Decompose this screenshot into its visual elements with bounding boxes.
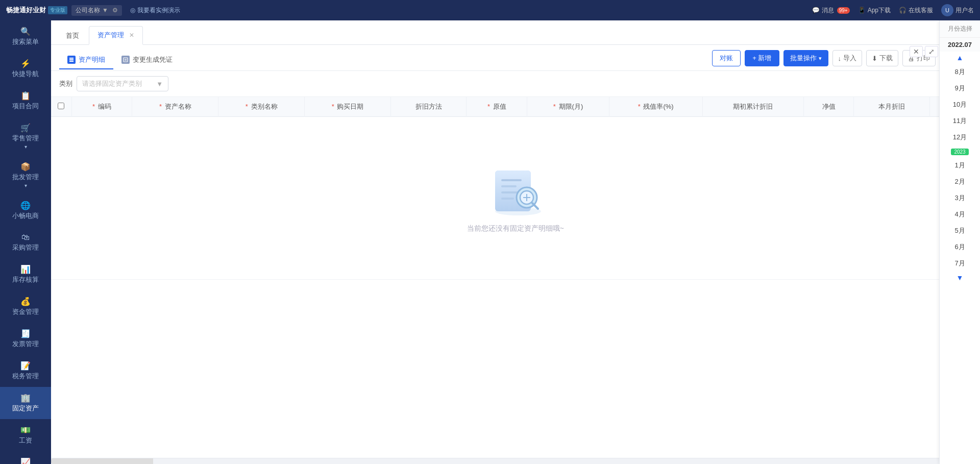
company-name: 公司名称 — [76, 6, 100, 15]
sidebar-label-retail: 零售管理 — [12, 134, 39, 143]
sub-tab-asset-detail[interactable]: 资产明细 — [59, 52, 113, 69]
import-icon: ↓ — [838, 55, 842, 62]
sidebar-item-search[interactable]: 🔍 搜索菜单 — [0, 20, 51, 53]
col-monthly-depreciation: 本月折旧 — [854, 97, 929, 117]
wholesale-icon: 📦 — [20, 162, 31, 172]
month-item-3[interactable]: 3月 — [940, 190, 980, 206]
category-filter[interactable]: 请选择固定资产类别 ▼ — [77, 76, 168, 91]
sub-tab-change-voucher[interactable]: 变更生成凭证 — [113, 52, 181, 69]
month-panel-current-year: 2022.07 — [940, 38, 980, 52]
tab-close-icon[interactable]: ✕ — [129, 32, 134, 39]
table-header: * 编码 * 资产名称 * 类别名称 — [51, 97, 980, 117]
close-panel-button[interactable]: ✕ — [910, 46, 923, 57]
sidebar-item-salary[interactable]: 💵 工资 — [0, 419, 51, 451]
asset-table: * 编码 * 资产名称 * 类别名称 — [51, 97, 980, 280]
message-button[interactable]: 💬 消息 99+ — [812, 6, 850, 15]
col-purchase-date: * 购买日期 — [305, 97, 391, 117]
download-label: 下载 — [879, 54, 893, 63]
month-item-5[interactable]: 5月 — [940, 223, 980, 239]
app-download-button[interactable]: 📱 App下载 — [858, 6, 891, 15]
online-service-button[interactable]: 🎧 在线客服 — [899, 6, 933, 15]
wholesale-arrow-icon: ▾ — [24, 183, 27, 188]
tab-home-label: 首页 — [66, 32, 79, 39]
month-panel-up-arrow[interactable]: ▲ — [940, 52, 980, 64]
sidebar-item-invoice[interactable]: 🧾 发票管理 — [0, 323, 51, 355]
col-name: * 资产名称 — [132, 97, 218, 117]
invoice-icon: 🧾 — [20, 329, 31, 338]
sidebar-label-tax: 税务管理 — [12, 372, 39, 381]
month-item-1[interactable]: 1月 — [940, 157, 980, 174]
sidebar-item-project[interactable]: 📋 项目合同 — [0, 85, 51, 117]
retail-icon: 🛒 — [20, 123, 31, 133]
message-icon: 💬 — [812, 7, 820, 14]
app-download-label: App下载 — [868, 6, 891, 15]
select-all-checkbox[interactable] — [58, 103, 64, 109]
table-body: 当前您还没有固定资产明细哦~ — [51, 117, 980, 280]
month-item-9[interactable]: 9月 — [940, 80, 980, 96]
sidebar-item-purchase[interactable]: 🛍 采购管理 — [0, 227, 51, 258]
tab-home[interactable]: 首页 — [57, 27, 88, 44]
tab-asset-mgmt[interactable]: 资产管理 ✕ — [89, 26, 143, 45]
sidebar-item-retail[interactable]: 🛒 零售管理 ▾ — [0, 117, 51, 156]
sidebar-item-tax[interactable]: 📝 税务管理 — [0, 355, 51, 387]
sidebar-item-management[interactable]: 📈 经营管理 — [0, 451, 51, 464]
month-item-2[interactable]: 2月 — [940, 174, 980, 190]
batch-chevron-icon: ▾ — [819, 55, 822, 62]
panel-controls: ✕ ⤢ — [910, 46, 938, 57]
month-item-6[interactable]: 6月 — [940, 239, 980, 255]
finance-icon: 💰 — [20, 297, 31, 306]
sidebar-item-wholesale[interactable]: 📦 批发管理 ▾ — [0, 156, 51, 194]
sub-tab-asset-detail-label: 资产明细 — [79, 55, 105, 64]
svg-rect-10 — [501, 185, 517, 187]
month-item-4[interactable]: 4月 — [940, 206, 980, 223]
sidebar-label-inventory: 库存核算 — [12, 275, 39, 284]
sidebar-item-inventory[interactable]: 📊 库存核算 — [0, 258, 51, 290]
reconcile-button[interactable]: 对账 — [712, 50, 741, 66]
sidebar-item-fixed-assets[interactable]: 🏢 固定资产 — [0, 387, 51, 419]
batch-operation-button[interactable]: 批量操作 ▾ — [783, 50, 828, 66]
expand-panel-button[interactable]: ⤢ — [925, 46, 938, 57]
sidebar-label-wholesale: 批发管理 — [12, 173, 39, 182]
filter-dropdown-icon: ▼ — [156, 80, 163, 88]
main-layout: 🔍 搜索菜单 ⚡ 快捷导航 📋 项目合同 🛒 零售管理 ▾ 📦 批发管理 ▾ 🌐… — [0, 20, 980, 464]
month-item-11[interactable]: 11月 — [940, 113, 980, 129]
month-item-10[interactable]: 10月 — [940, 96, 980, 113]
add-button[interactable]: + 新增 — [745, 50, 779, 66]
top-bar-right: 💬 消息 99+ 📱 App下载 🎧 在线客服 U 用户名 — [812, 4, 974, 16]
month-panel-down-arrow[interactable]: ▼ — [940, 272, 980, 284]
import-label: 导入 — [843, 54, 856, 63]
company-selector[interactable]: 公司名称 ▼ ⚙ — [71, 5, 122, 16]
sidebar-label-invoice: 发票管理 — [12, 339, 39, 349]
app-icon: 📱 — [858, 7, 866, 14]
settings-icon[interactable]: ⚙ — [112, 7, 118, 14]
user-name: 用户名 — [955, 6, 974, 15]
top-bar: 畅捷通好业财 专业版 公司名称 ▼ ⚙ ◎ 我要看实例演示 💬 消息 99+ 📱… — [0, 0, 980, 20]
sidebar-label-ecommerce: 小畅电商 — [12, 211, 39, 221]
empty-illustration — [485, 163, 546, 214]
empty-row: 当前您还没有固定资产明细哦~ — [51, 117, 980, 280]
demo-icon: ◎ — [130, 7, 135, 14]
retail-arrow-icon: ▾ — [24, 144, 27, 150]
sidebar-item-finance[interactable]: 💰 资金管理 — [0, 290, 51, 323]
col-checkbox — [51, 97, 71, 117]
empty-cell: 当前您还没有固定资产明细哦~ — [51, 117, 980, 280]
month-item-7[interactable]: 7月 — [940, 255, 980, 272]
user-profile[interactable]: U 用户名 — [941, 4, 974, 16]
sidebar-item-ecommerce[interactable]: 🌐 小畅电商 — [0, 194, 51, 227]
download-button[interactable]: ⬇ 下载 — [866, 50, 898, 66]
col-category: * 类别名称 — [218, 97, 305, 117]
quicknav-icon: ⚡ — [20, 59, 31, 68]
sidebar-label-quick-nav: 快捷导航 — [12, 69, 39, 79]
tax-icon: 📝 — [20, 361, 31, 371]
inner-content: 资产明细 变更生成凭证 对账 + 新增 批量操作 ▾ — [51, 45, 980, 464]
import-button[interactable]: ↓ 导入 — [832, 50, 863, 66]
month-item-8[interactable]: 8月 — [940, 64, 980, 80]
col-accumulated-depreciation: 期初累计折旧 — [702, 97, 803, 117]
bottom-scrollbar[interactable] — [51, 458, 980, 464]
version-badge: 专业版 — [48, 6, 67, 14]
purchase-icon: 🛍 — [21, 233, 30, 242]
sidebar-item-quick-nav[interactable]: ⚡ 快捷导航 — [0, 53, 51, 85]
management-icon: 📈 — [20, 457, 31, 464]
demo-link[interactable]: ◎ 我要看实例演示 — [130, 6, 180, 15]
month-item-12[interactable]: 12月 — [940, 129, 980, 145]
